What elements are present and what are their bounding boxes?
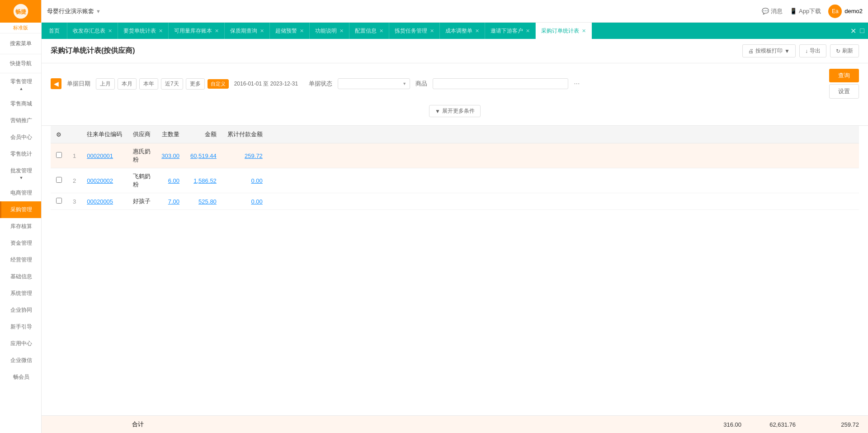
settings-btn[interactable]: 设置 (829, 84, 859, 99)
row2-amount[interactable]: 1,586.52 (185, 168, 222, 193)
tab-home[interactable]: 首页 (42, 23, 67, 39)
goods-label: 商品 (415, 80, 427, 88)
tab-demand[interactable]: 要货单统计表 ✕ (118, 23, 169, 39)
tab-pick[interactable]: 拣货任务管理 ✕ (389, 23, 440, 39)
tab-home-label: 首页 (49, 27, 60, 35)
sidebar-item-wholesale[interactable]: 批发管理 ▼ (0, 162, 41, 185)
sidebar-item-marketing[interactable]: 营销推广 (0, 112, 41, 129)
goods-input[interactable] (433, 78, 568, 89)
expand-more-btn[interactable]: ▼ 展开更多条件 (429, 105, 481, 117)
this-month-btn[interactable]: 本月 (118, 78, 137, 90)
sidebar-item-retail-mall[interactable]: 零售商城 (0, 95, 41, 112)
tab-available-close[interactable]: ✕ (215, 28, 219, 34)
tab-cost[interactable]: 成本调整单 ✕ (440, 23, 485, 39)
date-range-display: 2016-01-01 至 2023-12-31 (234, 80, 298, 88)
more-date-btn[interactable]: 更多 (186, 78, 205, 90)
topbar-left: 母婴行业演示账套 ▼ (47, 7, 101, 15)
sidebar-item-enterprise[interactable]: 企业协同 (0, 302, 41, 319)
tabbar-close-btn[interactable]: ✕ (850, 27, 856, 35)
print-btn[interactable]: 🖨 按模板打印 ▼ (742, 44, 796, 57)
tab-warranty-close[interactable]: ✕ (260, 28, 264, 34)
chevron-down-icon-wholesale: ▼ (19, 176, 24, 180)
row2-paid[interactable]: 0.00 (222, 168, 268, 193)
tab-cost-close[interactable]: ✕ (475, 28, 479, 34)
table-header-row: ⚙ 往来单位编码 供应商 主数量 金额 累计付款金额 (51, 126, 859, 143)
row1-paid[interactable]: 259.72 (222, 143, 268, 168)
row3-qty[interactable]: 7.00 (156, 193, 185, 210)
row1-qty[interactable]: 303.00 (156, 143, 185, 168)
sidebar-item-appcenter[interactable]: 应用中心 (0, 335, 41, 352)
tab-config[interactable]: 配置信息 ✕ (349, 23, 389, 39)
tab-collect-close[interactable]: ✕ (108, 28, 112, 34)
sidebar-item-basic[interactable]: 基础信息 (0, 268, 41, 285)
tab-purchase-stat-close[interactable]: ✕ (582, 28, 586, 34)
sidebar-item-retail-stat[interactable]: 零售统计 (0, 146, 41, 162)
export-btn[interactable]: ↓ 导出 (799, 44, 826, 57)
app-download-btn[interactable]: 📱 App下载 (790, 7, 821, 15)
custom-date-btn[interactable]: 自定义 (208, 79, 229, 89)
sidebar-item-retail[interactable]: 零售管理 ▲ (0, 73, 41, 95)
user-profile[interactable]: Ea demo2 (828, 5, 863, 18)
refresh-btn[interactable]: ↻ 刷新 (830, 44, 859, 57)
row1-amount[interactable]: 60,519.44 (185, 143, 222, 168)
tab-funcguide-close[interactable]: ✕ (340, 28, 344, 34)
tab-overstock[interactable]: 超储预警 ✕ (270, 23, 310, 39)
row3-amount[interactable]: 525.80 (185, 193, 222, 210)
tab-invite[interactable]: 邀请下游客户 ✕ (485, 23, 536, 39)
status-select[interactable] (338, 78, 410, 89)
sidebar-item-system[interactable]: 系统管理 (0, 285, 41, 302)
last-month-btn[interactable]: 上月 (96, 78, 115, 90)
row2-qty[interactable]: 6.00 (156, 168, 185, 193)
filter-toggle-btn[interactable]: ◀ (51, 78, 61, 89)
th-num (67, 126, 81, 143)
table-head: ⚙ 往来单位编码 供应商 主数量 金额 累计付款金额 (51, 126, 859, 143)
row3-extra (268, 193, 859, 210)
sidebar-item-finance[interactable]: 资金管理 (0, 235, 41, 252)
row3-checkbox[interactable] (51, 193, 67, 210)
tab-pick-close[interactable]: ✕ (430, 28, 434, 34)
tab-cost-label: 成本调整单 (445, 27, 472, 35)
expand-row: ▼ 展开更多条件 (51, 99, 859, 120)
tab-available[interactable]: 可用量库存账本 ✕ (169, 23, 225, 39)
tabbar-maximize-btn[interactable]: □ (860, 27, 864, 35)
sidebar-item-member[interactable]: 会员中心 (0, 129, 41, 146)
row3-unit-code[interactable]: 00020005 (81, 193, 127, 210)
settings-col-icon[interactable]: ⚙ (56, 131, 61, 138)
sidebar: 畅捷 标准版 搜索菜单 快捷导航 零售管理 ▲ 零售商城 营销推广 会员中心 零… (0, 0, 42, 433)
tab-warranty[interactable]: 保质期查询 ✕ (225, 23, 270, 39)
table-row: 3 00020005 好孩子 7.00 525.80 0.00 (51, 193, 859, 210)
sidebar-item-corpwx[interactable]: 企业微信 (0, 352, 41, 369)
sidebar-item-inventory[interactable]: 库存核算 (0, 218, 41, 235)
sidebar-search-menu[interactable]: 搜索菜单 (2, 37, 39, 50)
row1-checkbox[interactable] (51, 143, 67, 168)
row2-unit-code[interactable]: 00020002 (81, 168, 127, 193)
tab-overstock-close[interactable]: ✕ (300, 28, 304, 34)
sidebar-item-purchase[interactable]: 采购管理 (0, 201, 41, 218)
print-dropdown-arrow[interactable]: ▼ (784, 48, 790, 54)
refresh-icon: ↻ (836, 48, 840, 54)
tab-funcguide[interactable]: 功能说明 ✕ (310, 23, 349, 39)
query-btn[interactable]: 查询 (829, 69, 859, 82)
th-unit-code: 往来单位编码 (81, 126, 127, 143)
tab-invite-label: 邀请下游客户 (491, 27, 523, 35)
account-dropdown[interactable]: 母婴行业演示账套 ▼ (47, 7, 101, 15)
tab-config-close[interactable]: ✕ (379, 28, 383, 34)
sidebar-item-ecommerce[interactable]: 电商管理 (0, 185, 41, 201)
row3-paid[interactable]: 0.00 (222, 193, 268, 210)
tab-collect[interactable]: 收发存汇总表 ✕ (67, 23, 118, 39)
sidebar-item-member2[interactable]: 畅会员 (0, 369, 41, 385)
svg-text:畅捷: 畅捷 (15, 9, 26, 14)
tab-demand-close[interactable]: ✕ (159, 28, 163, 34)
sidebar-item-operation[interactable]: 经营管理 (0, 252, 41, 268)
page-content: 采购订单统计表(按供应商) 🖨 按模板打印 ▼ ↓ 导出 ↻ 刷新 (42, 39, 868, 433)
7days-btn[interactable]: 近7天 (161, 78, 183, 90)
row1-unit-code[interactable]: 00020001 (81, 143, 127, 168)
message-btn[interactable]: 💬 消息 (762, 7, 783, 15)
tab-purchase-stat[interactable]: 采购订单统计表 ✕ (536, 23, 592, 39)
sidebar-quick-nav[interactable]: 快捷导航 (2, 57, 39, 70)
sidebar-item-newguide[interactable]: 新手引导 (0, 319, 41, 335)
this-year-btn[interactable]: 本年 (139, 78, 158, 90)
tab-invite-close[interactable]: ✕ (526, 28, 530, 34)
row2-checkbox[interactable] (51, 168, 67, 193)
goods-more-icon[interactable]: ··· (574, 80, 580, 88)
